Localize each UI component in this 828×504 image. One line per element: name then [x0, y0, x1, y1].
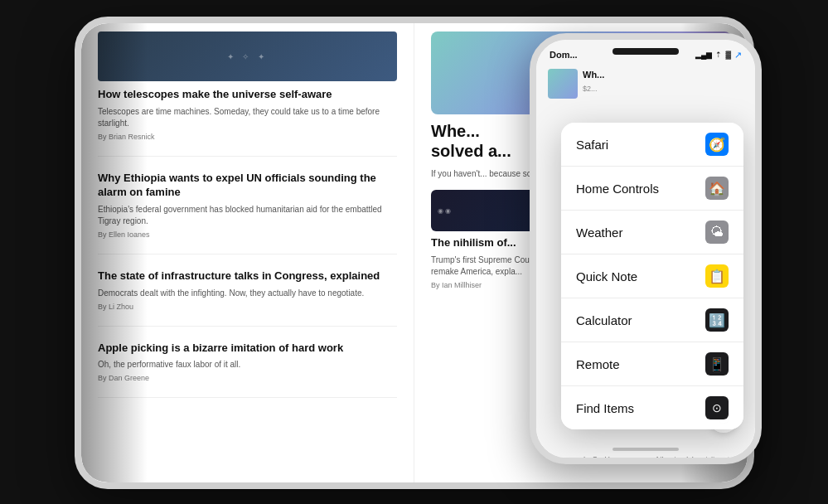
iphone-frame: Dom... ▂▄▆ ⇡ ▓ ↗ Wh... $2... [530, 33, 762, 464]
iphone-notch [613, 48, 679, 55]
share-icon: ↗ [734, 50, 742, 61]
wifi-icon: ⇡ [715, 51, 722, 59]
menu-item-home-controls[interactable]: Home Controls 🏠 [561, 167, 743, 211]
article-excerpt: Ethiopia's federal government has blocke… [98, 204, 397, 227]
article-byline: By Li Zhou [98, 303, 397, 311]
menu-item-label: Quick Note [576, 269, 637, 284]
signal-icon: ▂▄▆ [695, 51, 712, 59]
article-title: The state of infrastructure talks in Con… [98, 269, 397, 284]
menu-item-label: Find Items [576, 401, 634, 415]
menu-item-find-items[interactable]: Find Items ⊙ [561, 386, 743, 429]
article-byline: By Ellen Ioanes [98, 230, 397, 239]
list-item: How telescopes make the universe self-aw… [98, 32, 397, 157]
article-title: How telescopes make the universe self-aw… [98, 88, 397, 102]
menu-item-label: Weather [576, 225, 622, 240]
remote-icon: 📱 [705, 352, 729, 376]
battery-icon: ▓ [725, 51, 731, 59]
iphone-article-title: Wh... [583, 69, 604, 80]
list-item: Apple picking is a bizarre imitation of … [98, 342, 397, 399]
article-byline: By Brian Resnick [98, 133, 397, 141]
menu-popup: Safari 🧭 Home Controls 🏠 Weather 🌤 Quick… [561, 123, 743, 429]
iphone-desc-text: Desc... me d... Could we use some of the… [548, 454, 743, 458]
menu-item-label: Home Controls [576, 182, 659, 196]
article-excerpt: Oh, the performative faux labor of it al… [98, 359, 397, 371]
menu-item-weather[interactable]: Weather 🌤 [561, 211, 743, 254]
article-image [98, 32, 397, 81]
status-time: Dom... [550, 50, 578, 60]
article-title: Apple picking is a bizarre imitation of … [98, 342, 397, 356]
scene: How telescopes make the universe self-aw… [0, 0, 828, 504]
menu-item-quick-note[interactable]: Quick Note 📋 [561, 254, 743, 298]
menu-item-remote[interactable]: Remote 📱 [561, 342, 743, 386]
iphone-content-top: Wh... $2... [536, 65, 755, 103]
quick-note-icon: 📋 [705, 264, 729, 288]
weather-icon: 🌤 [705, 220, 729, 244]
list-item: Why Ethiopia wants to expel UN officials… [98, 172, 397, 254]
articles-col-left: How telescopes make the universe self-aw… [81, 23, 414, 482]
menu-item-calculator[interactable]: Calculator 🔢 [561, 298, 743, 342]
menu-item-label: Calculator [576, 313, 632, 327]
list-item: The state of infrastructure talks in Con… [98, 269, 397, 327]
home-controls-icon: 🏠 [705, 177, 729, 200]
iphone-article-sub: $2... [583, 85, 604, 93]
article-byline: By Dan Greene [98, 374, 397, 382]
iphone-desc-block: Desc... me d... Could we use some of the… [536, 451, 755, 458]
find-items-icon: ⊙ [705, 396, 729, 419]
menu-item-safari[interactable]: Safari 🧭 [561, 123, 743, 167]
iphone-home-bar [613, 448, 679, 451]
menu-item-label: Safari [576, 138, 608, 152]
article-title: Why Ethiopia wants to expel UN officials… [98, 172, 397, 200]
calculator-icon: 🔢 [705, 308, 729, 332]
article-excerpt: Democrats dealt with the infighting. Now… [98, 288, 397, 299]
status-icons: ▂▄▆ ⇡ ▓ ↗ [695, 50, 742, 61]
iphone-screen: Dom... ▂▄▆ ⇡ ▓ ↗ Wh... $2... [536, 40, 755, 458]
menu-item-label: Remote [576, 357, 620, 371]
safari-icon: 🧭 [705, 133, 729, 156]
article-excerpt: Telescopes are time machines. Someday, t… [98, 106, 397, 129]
